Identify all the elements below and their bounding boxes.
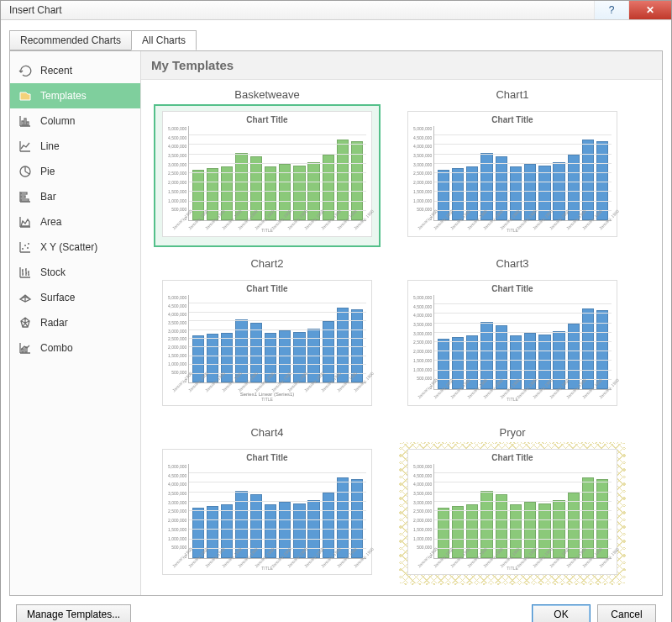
chart-title: Chart Title <box>168 284 366 293</box>
sidebar-item-label: Pie <box>40 166 55 177</box>
sidebar-item-label: Bar <box>40 191 56 203</box>
template-name: Chart4 <box>250 426 283 439</box>
template-name: Chart1 <box>496 88 528 101</box>
template-thumbnail: Chart Title5,000,0004,500,0004,000,0003,… <box>399 273 626 416</box>
sidebar-item-label: Area <box>40 216 61 228</box>
sidebar-item-label: Recent <box>40 65 72 76</box>
template-name: Chart2 <box>250 257 283 270</box>
chart-plot <box>188 126 366 221</box>
sidebar-item-column[interactable]: Column <box>10 108 140 134</box>
chart-plot <box>188 464 366 559</box>
sidebar-item-x-y-scatter-[interactable]: X Y (Scatter) <box>10 235 140 260</box>
area-icon <box>18 215 32 229</box>
sidebar-item-bar[interactable]: Bar <box>10 184 140 209</box>
insert-chart-dialog: Insert Chart ? ✕ Recommended Charts All … <box>0 0 672 622</box>
chart-plot <box>188 295 366 383</box>
template-pryor[interactable]: PryorChart Title5,000,0004,500,0004,000,… <box>395 426 630 585</box>
chart-title: Chart Title <box>413 453 612 462</box>
templates-grid: BasketweaveChart Title5,000,0004,500,000… <box>144 85 659 592</box>
content-split: RecentTemplatesColumnLinePieBarAreaX Y (… <box>9 51 663 596</box>
sidebar-item-pie[interactable]: Pie <box>10 159 140 184</box>
template-thumbnail: Chart Title5,000,0004,500,0004,000,0003,… <box>154 104 381 247</box>
sidebar-item-radar[interactable]: Radar <box>10 310 140 335</box>
template-chart2[interactable]: Chart2Chart Title5,000,0004,500,0004,000… <box>150 257 385 416</box>
column-icon <box>18 114 32 128</box>
chart-title: Chart Title <box>168 453 366 462</box>
sidebar-item-label: X Y (Scatter) <box>40 241 97 253</box>
svg-point-10 <box>28 243 29 245</box>
sidebar-item-templates[interactable]: Templates <box>10 83 140 108</box>
window-title: Insert Chart <box>9 4 62 16</box>
sidebar-item-recent[interactable]: Recent <box>10 58 140 83</box>
help-button[interactable]: ? <box>594 1 628 19</box>
x-axis-categories: January, 1900January, 1900January, 1900J… <box>168 385 366 390</box>
y-axis-ticks: 5,000,0004,500,0004,000,0003,500,0003,00… <box>168 464 188 559</box>
svg-rect-4 <box>21 192 27 194</box>
svg-point-8 <box>24 245 26 246</box>
bar-icon <box>18 190 32 203</box>
template-name: Chart3 <box>496 257 528 270</box>
svg-point-7 <box>22 248 24 250</box>
templates-scroll[interactable]: BasketweaveChart Title5,000,0004,500,000… <box>141 80 662 595</box>
line-icon <box>18 140 32 153</box>
sidebar-item-label: Combo <box>40 342 73 354</box>
sidebar-item-label: Stock <box>40 266 66 278</box>
sidebar-item-label: Line <box>40 140 60 152</box>
svg-rect-1 <box>24 119 26 125</box>
y-axis-ticks: 5,000,0004,500,0004,000,0003,500,0003,00… <box>413 464 433 559</box>
sidebar-item-combo[interactable]: Combo <box>10 335 140 361</box>
y-axis-ticks: 5,000,0004,500,0004,000,0003,500,0003,00… <box>168 126 188 221</box>
chart-plot <box>433 126 612 221</box>
templates-icon <box>18 89 32 103</box>
title-bar: Insert Chart ? ✕ <box>1 1 671 20</box>
manage-templates-button[interactable]: Manage Templates... <box>16 604 131 622</box>
chart-plot <box>433 464 612 559</box>
stock-icon <box>18 266 32 279</box>
main-panel: My Templates BasketweaveChart Title5,000… <box>141 51 662 595</box>
scatter-icon <box>18 240 32 254</box>
chart-title: Chart Title <box>413 115 612 124</box>
template-name: Pryor <box>499 426 525 439</box>
section-heading: My Templates <box>141 51 662 80</box>
template-basketweave[interactable]: BasketweaveChart Title5,000,0004,500,000… <box>150 88 385 247</box>
sidebar-item-surface[interactable]: Surface <box>10 285 140 310</box>
chart-title: Chart Title <box>413 284 612 293</box>
template-thumbnail: Chart Title5,000,0004,500,0004,000,0003,… <box>399 104 626 247</box>
close-icon: ✕ <box>646 4 654 16</box>
pie-icon <box>18 165 32 178</box>
tab-recommended[interactable]: Recommended Charts <box>9 30 132 50</box>
template-chart3[interactable]: Chart3Chart Title5,000,0004,500,0004,000… <box>395 257 630 416</box>
chart-type-sidebar: RecentTemplatesColumnLinePieBarAreaX Y (… <box>10 51 141 595</box>
sidebar-item-label: Templates <box>40 90 87 102</box>
chart-plot <box>433 295 612 390</box>
template-thumbnail: Chart Title5,000,0004,500,0004,000,0003,… <box>399 442 626 585</box>
y-axis-ticks: 5,000,0004,500,0004,000,0003,500,0003,00… <box>413 295 433 390</box>
close-button[interactable]: ✕ <box>628 1 671 19</box>
svg-rect-0 <box>22 121 24 125</box>
chart-title: Chart Title <box>168 115 366 124</box>
template-thumbnail: Chart Title5,000,0004,500,0004,000,0003,… <box>154 442 381 585</box>
sidebar-item-line[interactable]: Line <box>10 134 140 159</box>
sidebar-item-stock[interactable]: Stock <box>10 260 140 285</box>
sidebar-item-label: Surface <box>40 292 75 303</box>
sidebar-item-label: Column <box>40 115 75 127</box>
radar-icon <box>18 316 32 329</box>
template-thumbnail: Chart Title5,000,0004,500,0004,000,0003,… <box>154 273 381 416</box>
sidebar-item-label: Radar <box>40 317 68 329</box>
combo-icon <box>18 341 32 355</box>
y-axis-ticks: 5,000,0004,500,0004,000,0003,500,0003,00… <box>413 126 433 221</box>
y-axis-ticks: 5,000,0004,500,0004,000,0003,500,0003,00… <box>168 295 188 383</box>
dialog-body: Recommended Charts All Charts RecentTemp… <box>1 20 671 622</box>
surface-icon <box>18 291 32 304</box>
svg-rect-2 <box>27 122 29 125</box>
dialog-footer: Manage Templates... OK Cancel <box>9 596 663 622</box>
x-axis-caption: TITLE <box>168 397 366 402</box>
recent-icon <box>18 64 32 77</box>
svg-rect-5 <box>21 196 25 198</box>
template-chart4[interactable]: Chart4Chart Title5,000,0004,500,0004,000… <box>150 426 385 585</box>
ok-button[interactable]: OK <box>532 604 591 622</box>
tab-all-charts[interactable]: All Charts <box>131 30 197 50</box>
template-chart1[interactable]: Chart1Chart Title5,000,0004,500,0004,000… <box>395 88 630 247</box>
sidebar-item-area[interactable]: Area <box>10 209 140 235</box>
cancel-button[interactable]: Cancel <box>597 604 656 622</box>
